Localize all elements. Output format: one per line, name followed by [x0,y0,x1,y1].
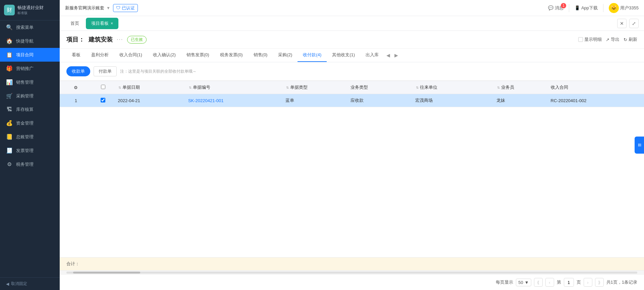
topbar-account[interactable]: 新服务官网演示账套 ▼ [65,5,110,11]
total-info: 共1页，1条记录 [606,279,637,285]
per-page-select[interactable]: 50 ▼ [516,279,531,286]
col-partner-header[interactable]: ⇅ 往来单位 [411,81,492,94]
topbar-divider [569,4,569,12]
subnav-income-confirm[interactable]: 收入确认(2) [148,49,181,62]
sidebar-item-sales[interactable]: 📊 销售管理 [0,75,60,89]
prev-page-button[interactable]: ‹ [545,278,554,287]
sidebar-item-finance[interactable]: 💰 资金管理 [0,116,60,130]
page-input[interactable] [564,278,574,287]
refresh-icon: ↻ [624,37,627,42]
table-footer: 合计： [60,257,644,270]
sidebar-item-invoice[interactable]: 🧾 发票管理 [0,144,60,157]
subnav-sales-invoice[interactable]: 销售发票(0) [181,49,215,62]
first-page-button[interactable]: ⟪ [534,278,543,287]
col-biztype-header: 业务类型 [346,81,412,94]
table-scrollbar[interactable] [60,270,644,274]
topbar-right: 💬 消息 1 📱 App下载 🐱 用户3355 [548,3,639,13]
chart-icon: 📊 [6,79,13,85]
refresh-button[interactable]: ↻ 刷新 [624,37,637,43]
app-download-button[interactable]: 📱 App下载 [575,5,598,11]
sidebar-item-contract[interactable]: 📋 项目合同 [0,48,60,62]
main-content: 新服务官网演示账套 ▼ 🛡 已认证 💬 消息 1 📱 App下载 🐱 用 [60,0,644,290]
topbar-divider2 [603,4,603,12]
tab-home[interactable]: 首页 [65,18,85,29]
detail-checkbox-icon[interactable] [578,37,583,42]
user-profile[interactable]: 🐱 用户3355 [609,3,639,13]
sub-actions: 收款单 付款单 注：这里是与项目关联的全部收付款单哦～ [60,62,644,81]
sidebar: 财 畅捷通好业财 标准版 🔍 搜索菜单 🏠 快捷导航 📋 项目合同 🎁 营销推广… [0,0,60,290]
scrollbar-thumb[interactable] [73,272,140,274]
gear-icon: ⚙ [6,161,13,167]
sidebar-item-purchase[interactable]: 🛒 采购管理 [0,89,60,103]
sidebar-item-tax[interactable]: ⚙ 税务管理 [0,157,60,171]
topbar: 新服务官网演示账套 ▼ 🛡 已认证 💬 消息 1 📱 App下载 🐱 用 [60,0,644,16]
row-contract: RC-20220401-002 [547,94,644,107]
subnav-inout[interactable]: 出入库 [360,49,384,62]
col-settings-header[interactable]: ⚙ [60,81,92,94]
subnav-next-arrow[interactable]: ▶ [392,51,400,59]
subnav-other[interactable]: 其他收支(1) [327,49,360,62]
subnav-tax-invoice[interactable]: 税务发票(0) [215,49,248,62]
payment-button[interactable]: 付款单 [94,66,117,76]
sidebar-logo: 财 畅捷通好业财 标准版 [0,0,60,20]
select-arrow-icon: ▼ [525,280,529,285]
project-name: 建筑安装 [89,35,113,44]
subnav-board[interactable]: 看板 [66,49,86,62]
tab-close-icon[interactable]: × [111,21,113,26]
tab-maximize-button[interactable]: ⤢ [629,19,639,28]
topbar-left: 新服务官网演示账套 ▼ 🛡 已认证 [65,4,544,12]
project-header: 项目： 建筑安装 ··· 已生效 显示明细 ↗ 导出 ↻ 刷新 [60,31,644,49]
last-page-button[interactable]: ⟫ [595,278,604,287]
sort-icon5: ⇅ [497,86,500,89]
select-all-checkbox[interactable] [101,85,105,89]
project-more-button[interactable]: ··· [117,37,123,43]
money-icon: 💰 [6,120,13,126]
col-staff-header[interactable]: ⇅ 业务员 [492,81,546,94]
sort-icon: ⇅ [118,86,121,89]
warehouse-icon: 🏗 [6,106,13,113]
sidebar-item-inventory[interactable]: 🏗 库存核算 [0,103,60,116]
row-type: 蓝单 [281,94,346,107]
row-checkbox[interactable] [101,98,105,102]
table-row[interactable]: 1 2022-04-21 SK-20220421-001 蓝单 应收款 宏茂商场… [60,94,644,107]
topbar-certified: 🛡 已认证 [113,4,138,12]
sidebar-item-marketing[interactable]: 🎁 营销推广 [0,62,60,75]
sidebar-unpin[interactable]: ◀ 取消固定 [0,277,60,290]
pagination: 每页显示 50 ▼ ⟪ ‹ 第 页 › ⟫ 共1页，1条记录 [60,274,644,290]
sidebar-item-ledger[interactable]: 📒 总账管理 [0,130,60,144]
per-page-label: 每页显示 [496,279,513,285]
tab-close-all-button[interactable]: ✕ [617,19,627,28]
row-no[interactable]: SK-20220421-001 [184,94,281,107]
records-table: ⚙ ⇅ 单据日期 ⇅ 单据编号 [60,81,644,107]
row-date: 2022-04-21 [114,94,184,107]
subnav-profit[interactable]: 盈利分析 [86,49,114,62]
next-page-button[interactable]: › [584,278,592,287]
note-text: 注：这里是与项目关联的全部收付款单哦～ [120,69,197,74]
messages-button[interactable]: 💬 消息 1 [548,5,564,11]
subnav-prev-arrow[interactable]: ◀ [384,51,392,59]
subnav-payment[interactable]: 收付款(4) [298,49,327,62]
show-detail-checkbox[interactable]: 显示明细 [578,37,602,43]
subnav: 看板 盈利分析 收入合同(1) 收入确认(2) 销售发票(0) 税务发票(0) … [60,49,644,62]
row-biztype: 应收款 [346,94,412,107]
scrollbar-track[interactable] [66,272,637,274]
row-index: 1 [60,94,92,107]
row-no-link[interactable]: SK-20220421-001 [188,98,224,103]
export-button[interactable]: ↗ 导出 [606,37,620,43]
receipt-button[interactable]: 收款单 [66,66,90,76]
subnav-sales[interactable]: 销售(0) [248,49,273,62]
sidebar-item-shortcut[interactable]: 🏠 快捷导航 [0,34,60,48]
row-check[interactable] [92,94,114,107]
col-date-header[interactable]: ⇅ 单据日期 [114,81,184,94]
col-type-header[interactable]: ⇅ 单据类型 [281,81,346,94]
col-check-header[interactable] [92,81,114,94]
subnav-income-contract[interactable]: 收入合同(1) [114,49,148,62]
sidebar-logo-text: 畅捷通好业财 标准版 [17,5,44,15]
right-panel-button[interactable]: ≡ [635,137,644,154]
subnav-purchase[interactable]: 采购(2) [273,49,298,62]
col-no-header[interactable]: ⇅ 单据编号 [184,81,281,94]
contract-icon: 📋 [6,52,13,58]
row-partner: 宏茂商场 [411,94,492,107]
sidebar-item-search[interactable]: 🔍 搜索菜单 [0,20,60,34]
tab-project-board[interactable]: 项目看板 × [86,18,118,29]
